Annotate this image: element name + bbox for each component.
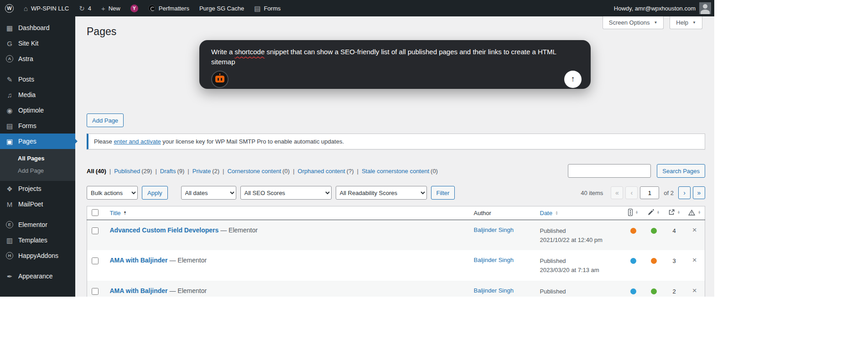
sidebar-item-label: Templates: [18, 237, 47, 244]
forms-menu[interactable]: ▤ Forms: [249, 0, 286, 16]
sidebar-item-posts[interactable]: ✎ Posts: [0, 72, 75, 87]
view-label: All: [87, 168, 94, 175]
view-count: (?): [347, 168, 354, 175]
sort-by-seo-score[interactable]: ▲▼: [628, 209, 639, 216]
submit-button[interactable]: ↑: [564, 71, 582, 88]
sidebar-subitem-add-page[interactable]: Add Page: [0, 165, 75, 177]
view-label: Published: [114, 168, 140, 175]
table-body: Advanced Custom Field Developers — Eleme…: [87, 220, 705, 297]
view-drafts[interactable]: Drafts(9): [160, 168, 185, 175]
view-published[interactable]: Published(29): [114, 168, 152, 175]
view-private[interactable]: Private(2): [192, 168, 219, 175]
sort-by-cornerstone[interactable]: ▲▼: [688, 210, 701, 216]
linked-count: 4: [664, 220, 685, 251]
notice-text-post: your license key for WP Mail SMTP Pro to…: [161, 138, 344, 145]
seo-scores-filter-select[interactable]: All SEO Scores: [240, 186, 332, 200]
author-link[interactable]: Baljinder Singh: [474, 287, 514, 294]
total-pages-label: of 2: [664, 190, 674, 196]
sort-by-date[interactable]: Date ▲▼: [540, 210, 558, 216]
readability-scores-filter-select[interactable]: All Readability Scores: [336, 186, 427, 200]
sort-by-linked-count[interactable]: ▲▼: [668, 209, 681, 216]
row-checkbox[interactable]: [92, 227, 99, 234]
page-title-link[interactable]: AMA with Baljinder: [110, 287, 168, 294]
separator: |: [357, 168, 359, 175]
sidebar-item-label: Astra: [18, 55, 33, 62]
license-notice: Please enter and activate your license k…: [87, 134, 705, 149]
view-stale-cornerstone[interactable]: Stale cornerstone content(0): [362, 168, 438, 175]
search-pages-button[interactable]: Search Pages: [657, 164, 705, 178]
bulk-actions-select[interactable]: Bulk actions: [87, 186, 138, 200]
previous-page-button[interactable]: ‹: [625, 186, 638, 199]
separator: |: [109, 168, 111, 175]
current-page-input[interactable]: [640, 186, 659, 199]
date-column-header: Date: [540, 210, 552, 216]
sidebar-item-mailpoet[interactable]: M MailPoet: [0, 196, 75, 212]
sidebar-item-astra[interactable]: A Astra: [0, 51, 75, 67]
author-column-header: Author: [474, 210, 491, 216]
pages-list-table: Title ▲▼ Author Date ▲▼: [87, 206, 705, 297]
sidebar-item-elementor[interactable]: E Elementor: [0, 217, 75, 232]
page-state-label: — Elementor: [168, 257, 207, 264]
robot-avatar-icon: [211, 71, 229, 88]
row-checkbox[interactable]: [92, 257, 99, 264]
activate-license-link[interactable]: enter and activate: [114, 138, 161, 145]
sidebar-item-templates[interactable]: ▥ Templates: [0, 232, 75, 248]
sidebar-subitem-all-pages[interactable]: All Pages: [0, 152, 75, 165]
user-avatar[interactable]: [699, 2, 711, 14]
sidebar-item-optimole[interactable]: ◉ Optimole: [0, 103, 75, 118]
row-checkbox[interactable]: [92, 288, 99, 295]
view-count: (0): [282, 168, 290, 175]
sidebar-item-forms[interactable]: ▤ Forms: [0, 118, 75, 134]
main-content: Screen Options ▼ Help ▼ Pages Write a sh…: [75, 16, 714, 297]
screen-options-button[interactable]: Screen Options ▼: [603, 16, 664, 29]
select-all-checkbox[interactable]: [92, 209, 99, 216]
sort-by-title[interactable]: Title ▲▼: [110, 210, 127, 216]
view-cornerstone[interactable]: Cornerstone content(0): [227, 168, 290, 175]
first-page-button[interactable]: «: [611, 186, 623, 199]
howdy-account-menu[interactable]: Howdy, amr@wpxhouston.com: [614, 5, 696, 12]
site-name: WP-SPIN LLC: [31, 5, 69, 12]
assistant-footer: ↑: [211, 71, 579, 88]
page-title-link[interactable]: AMA with Baljinder: [110, 257, 168, 264]
updates-icon: ↻: [79, 5, 85, 12]
site-name-menu[interactable]: ⌂ WP-SPIN LLC: [19, 0, 74, 16]
linked-count: 3: [664, 250, 685, 280]
wordpress-logo-menu[interactable]: W: [0, 0, 19, 16]
home-icon: ⌂: [24, 5, 28, 12]
perfmatters-menu[interactable]: Perfmatters: [143, 0, 194, 16]
sort-arrows-icon: ▲▼: [635, 211, 639, 215]
sidebar-item-media[interactable]: ♫ Media: [0, 87, 75, 103]
pages-submenu: All Pages Add Page: [0, 149, 75, 181]
plus-icon: +: [101, 5, 105, 12]
view-all[interactable]: All(40): [87, 168, 106, 175]
author-link[interactable]: Baljinder Singh: [474, 257, 514, 263]
apply-button[interactable]: Apply: [142, 186, 168, 200]
purge-cache-menu[interactable]: Purge SG Cache: [194, 0, 249, 16]
help-button[interactable]: Help ▼: [670, 16, 702, 29]
date-filter-select[interactable]: All dates: [181, 186, 236, 200]
yoast-seo-menu[interactable]: Y: [125, 0, 143, 16]
sidebar-item-pages[interactable]: ▣ Pages: [0, 134, 75, 149]
sidebar-item-happyaddons[interactable]: H HappyAddons: [0, 248, 75, 263]
sidebar-item-appearance[interactable]: ✒ Appearance: [0, 268, 75, 284]
sort-by-readability[interactable]: ▲▼: [648, 209, 660, 216]
page-status: Published: [540, 287, 619, 296]
sidebar-item-label: Posts: [18, 76, 34, 83]
next-page-button[interactable]: ›: [678, 186, 691, 199]
assistant-message-misspelled-word: shortcode: [234, 48, 265, 56]
sidebar-item-site-kit[interactable]: G Site Kit: [0, 36, 75, 51]
search-input[interactable]: [568, 164, 651, 178]
add-page-button[interactable]: Add Page: [87, 113, 124, 127]
filter-button[interactable]: Filter: [431, 186, 455, 200]
sidebar-item-dashboard[interactable]: ▦ Dashboard: [0, 20, 75, 36]
forms-icon: ▤: [254, 5, 260, 12]
last-page-button[interactable]: »: [693, 186, 705, 199]
view-orphaned[interactable]: Orphaned content(?): [298, 168, 354, 175]
new-content-menu[interactable]: + New: [96, 0, 125, 16]
table-navigation: Bulk actions Apply All dates All SEO Sco…: [87, 186, 705, 200]
author-link[interactable]: Baljinder Singh: [474, 226, 514, 233]
page-title-link[interactable]: Advanced Custom Field Developers: [110, 226, 219, 234]
optimole-icon: ◉: [5, 107, 14, 114]
sidebar-item-projects[interactable]: ❖ Projects: [0, 181, 75, 196]
updates-menu[interactable]: ↻ 4: [74, 0, 96, 16]
